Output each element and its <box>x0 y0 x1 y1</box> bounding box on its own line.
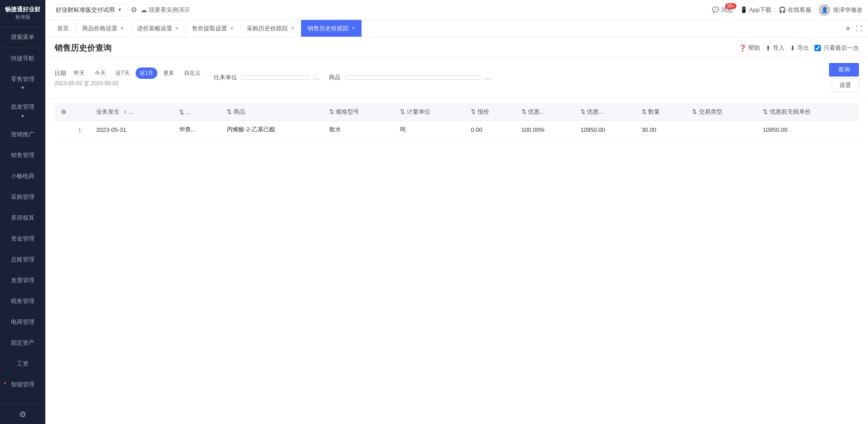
sidebar-item-ecommerce[interactable]: 小畅电商 <box>0 166 45 187</box>
tab-sale-extract[interactable]: 售价提取设置 ✕ <box>185 20 240 37</box>
date-btn-today[interactable]: 今天 <box>91 67 110 79</box>
app-download-label: App下载 <box>749 6 771 14</box>
app-download-icon: 📱 <box>740 6 747 13</box>
col-product[interactable]: ⇅ 商品 <box>221 103 324 121</box>
top-settings-icon[interactable]: ⚙ <box>131 5 137 14</box>
app-download-action[interactable]: 📱 App下载 <box>740 6 771 14</box>
product-input[interactable] <box>344 75 480 80</box>
import-button[interactable]: ⬆ 导入 <box>766 44 785 52</box>
tab-sale-history[interactable]: 销售历史价跟踪 ✕ <box>301 20 362 37</box>
col-price[interactable]: ⇅ 报价 <box>465 103 516 121</box>
sidebar-item-ledger-mgmt[interactable]: 总账管理 <box>0 249 45 270</box>
sidebar-item-label: 固定资产 <box>11 339 34 347</box>
sidebar-item-label: 发票管理 <box>11 276 34 284</box>
tab-purchase-strategy[interactable]: 进价策略设置 ✕ <box>131 20 185 37</box>
tab-bar: 首页 商品价格设置 ✕ 进价策略设置 ✕ 售价提取设置 ✕ 采购历史价跟踪 ✕ … <box>45 20 868 37</box>
help-button[interactable]: ❓ 帮助 <box>739 44 760 52</box>
query-button[interactable]: 查询 <box>829 63 859 77</box>
col-spec[interactable]: ⇅ 规格型号 <box>324 103 395 121</box>
sidebar-item-quick-nav[interactable]: 快捷导航 <box>0 48 45 69</box>
only-last-checkbox[interactable] <box>814 45 821 51</box>
date-btn-last7[interactable]: 近7天 <box>112 67 134 79</box>
col-biz-date[interactable]: 业务发生 ⇅ ... <box>91 103 174 121</box>
sidebar-item-wholesale-mgmt[interactable]: 批发管理 ▲ <box>0 96 45 124</box>
column-settings-icon[interactable]: ⚙ <box>61 108 67 116</box>
sidebar-item-marketing[interactable]: 营销推广 <box>0 124 45 145</box>
sidebar-item-ecom-mgmt[interactable]: 电商管理 <box>0 312 45 332</box>
row-company: 华查... <box>174 121 221 139</box>
filter-bar: 日期 昨天 今天 近7天 近1月 更多 自定义 2023-05-02 至 202… <box>45 58 868 98</box>
app-selector[interactable]: 好业财标准版交付试用 ▼ <box>51 4 127 16</box>
date-btn-more[interactable]: 更多 <box>159 67 178 79</box>
col-more[interactable]: ⇅ ... <box>174 103 221 121</box>
col-trade-type-label: 交易类型 <box>699 108 722 115</box>
sidebar-item-invoice-mgmt[interactable]: 发票管理 <box>0 270 45 291</box>
main-area: 好业财标准版交付试用 ▼ ⚙ ☁ 我要看实例演示 💬 消息 99+ 📱 App下… <box>45 0 868 424</box>
tab-home[interactable]: 首页 <box>51 20 76 37</box>
product-more-icon[interactable]: … <box>484 73 491 82</box>
tab-purchase-history[interactable]: 采购历史价跟踪 ✕ <box>240 20 301 37</box>
maximize-window-icon[interactable]: ⛶ <box>855 25 863 32</box>
col-trade-type[interactable]: ⇅ 交易类型 <box>687 103 757 121</box>
expand-icon: ▲ <box>20 113 25 118</box>
close-icon[interactable]: ✕ <box>120 26 124 31</box>
sort-icon: ⇅ <box>763 108 768 115</box>
date-btn-custom[interactable]: 自定义 <box>180 67 205 79</box>
tab-product-price-label: 商品价格设置 <box>82 24 117 33</box>
app-logo-name: 畅捷通好业财 <box>4 5 42 14</box>
row-discount1: 100.00% <box>516 121 575 139</box>
col-settings[interactable]: ⚙ <box>54 103 73 121</box>
col-unit[interactable]: ⇅ 计量单位 <box>395 103 465 121</box>
sidebar-item-retail-mgmt[interactable]: 零售管理 ▼ <box>0 69 45 96</box>
col-quantity[interactable]: ⇅ 数量 <box>636 103 687 121</box>
sidebar-item-tax-mgmt[interactable]: 税务管理 <box>0 291 45 312</box>
close-icon[interactable]: ✕ <box>291 26 294 31</box>
user-info[interactable]: 👤 徐泽华修改 <box>819 4 863 16</box>
sidebar-item-fixed-assets[interactable]: 固定资产 <box>0 332 45 353</box>
source-unit-label: 往来单位 <box>214 73 237 82</box>
col-pre-tax-price[interactable]: ⇅ 优惠前无税单价 <box>757 103 859 121</box>
product-label: 商品 <box>329 73 341 82</box>
sidebar-item-sales-mgmt[interactable]: 销售管理 <box>0 145 45 166</box>
sidebar-item-search-menu[interactable]: 搜索菜单 <box>0 27 45 48</box>
sidebar-item-inventory[interactable]: 库存核算 <box>0 207 45 228</box>
close-icon[interactable]: ✕ <box>351 26 355 31</box>
close-window-icon[interactable]: ✕ <box>844 25 852 32</box>
col-discount1[interactable]: ⇅ 优惠... <box>516 103 575 121</box>
source-unit-more-icon[interactable]: … <box>312 73 320 82</box>
tab-product-price[interactable]: 商品价格设置 ✕ <box>76 20 131 37</box>
col-price-label: 报价 <box>478 108 489 115</box>
sort-icon: ⇅ <box>227 108 232 115</box>
only-last-checkbox-group[interactable]: 只看最后一次 <box>814 44 859 52</box>
demo-link[interactable]: ☁ 我要看实例演示 <box>141 6 190 14</box>
col-discount2-label: 优惠... <box>587 108 604 115</box>
sidebar-settings-icon[interactable]: ⚙ <box>0 405 45 424</box>
sort-icon: ⇅ <box>179 109 184 116</box>
col-discount2[interactable]: ⇅ 优惠... <box>575 103 636 121</box>
date-label: 日期 <box>54 69 66 77</box>
sidebar-item-smart-mgmt[interactable]: 智能管理 <box>0 374 45 395</box>
close-icon[interactable]: ✕ <box>230 26 234 31</box>
close-icon[interactable]: ✕ <box>175 26 179 31</box>
sidebar-item-purchase-mgmt[interactable]: 采购管理 <box>0 187 45 207</box>
source-unit-input[interactable] <box>241 75 309 80</box>
row-quantity: 30.00 <box>636 121 687 139</box>
export-button[interactable]: ⬇ 导出 <box>790 44 809 52</box>
date-btn-last1m[interactable]: 近1月 <box>136 67 158 79</box>
row-trade-type <box>687 121 757 139</box>
sort-icon: ⇅ <box>329 108 334 115</box>
messages-action[interactable]: 💬 消息 99+ <box>712 6 733 14</box>
sidebar-item-finance-mgmt[interactable]: 资金管理 <box>0 228 45 249</box>
date-btn-yesterday[interactable]: 昨天 <box>70 67 89 79</box>
page-actions: ❓ 帮助 ⬆ 导入 ⬇ 导出 只看最后一次 <box>739 44 859 52</box>
setting-button[interactable]: 设置 <box>832 78 859 92</box>
sort-icon: ⇅ <box>400 108 405 115</box>
table-row: 1 2023-05-31 华查... 丙烯酸-2-乙基己酯 散水 吨 0.00 … <box>54 121 859 139</box>
sidebar: 畅捷通好业财 标准版 搜索菜单 快捷导航 零售管理 ▼ 批发管理 ▲ 营销推广 … <box>0 0 45 424</box>
sidebar-item-salary[interactable]: 工资 <box>0 353 45 374</box>
online-service-action[interactable]: 🎧 在线客服 <box>779 6 811 14</box>
online-service-icon: 🎧 <box>779 6 786 13</box>
page-title: 销售历史价查询 <box>54 43 112 53</box>
sidebar-item-label: 智能管理 <box>11 381 34 389</box>
row-settings <box>54 121 73 139</box>
